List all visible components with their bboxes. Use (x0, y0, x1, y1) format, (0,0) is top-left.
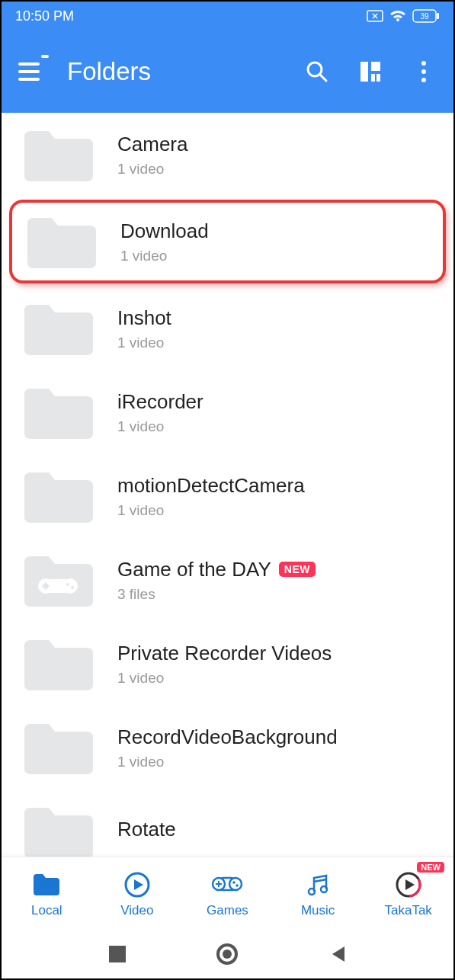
folder-icon (23, 212, 99, 271)
folder-item[interactable]: Camera1 video (2, 113, 453, 197)
folder-title: Rotate (117, 818, 176, 841)
folder-item[interactable]: iRecorder1 video (2, 370, 453, 454)
nav-label: TakaTak (384, 903, 431, 918)
folder-name-label: Game of the DAY (117, 558, 271, 581)
nav-takatak[interactable]: TakaTakNEW (363, 857, 453, 930)
svg-point-10 (421, 61, 426, 66)
folder-icon (20, 802, 96, 857)
folder-name-label: Rotate (117, 818, 176, 841)
back-button[interactable] (322, 939, 353, 969)
status-indicators: 39 (367, 9, 440, 23)
nav-label: Music (301, 903, 335, 918)
folder-icon (20, 634, 96, 693)
svg-rect-8 (371, 74, 375, 82)
svg-rect-6 (360, 62, 368, 82)
svg-rect-18 (45, 582, 46, 590)
close-box-icon (367, 10, 383, 22)
notification-dot-icon (41, 55, 49, 58)
nav-label: Video (120, 903, 153, 918)
nav-label: Local (31, 903, 62, 918)
takatak-icon (395, 870, 422, 900)
folder-icon (20, 383, 96, 442)
search-button[interactable] (304, 59, 330, 85)
page-title: Folders (67, 57, 304, 86)
svg-point-20 (71, 586, 74, 589)
folder-texts: RecordVideoBackground1 video (117, 725, 338, 770)
triangle-left-icon (329, 945, 346, 963)
svg-point-12 (421, 78, 426, 82)
svg-point-25 (233, 881, 236, 884)
battery-icon: 39 (412, 9, 440, 23)
folder-item[interactable]: Game of the DAYNEW3 files (2, 538, 453, 622)
folder-texts: Inshot1 video (117, 306, 171, 351)
folder-title: Inshot (117, 306, 171, 330)
folder-count-label: 1 video (117, 502, 305, 519)
svg-point-28 (321, 886, 327, 892)
folder-count-label: 1 video (117, 161, 187, 178)
game-folder-icon (20, 550, 96, 610)
nav-local[interactable]: Local (2, 857, 92, 930)
gamepad-icon (211, 870, 243, 900)
folder-title: Game of the DAYNEW (117, 558, 316, 581)
svg-rect-31 (109, 946, 126, 962)
folder-icon (20, 299, 96, 358)
folder-title: motionDetectCamera (117, 474, 305, 498)
folder-count-label: 1 video (117, 418, 203, 435)
folder-item[interactable]: Rotate (2, 789, 453, 857)
folder-item[interactable]: RecordVideoBackground1 video (2, 706, 453, 789)
folder-texts: Camera1 video (117, 133, 187, 178)
folder-texts: Rotate (117, 818, 176, 846)
grid-layout-icon (359, 60, 382, 83)
nav-music[interactable]: Music (273, 857, 364, 930)
svg-point-15 (62, 578, 78, 594)
nav-games[interactable]: Games (182, 857, 273, 930)
search-icon (306, 60, 328, 83)
folder-icon (20, 718, 96, 777)
app-bar: Folders (2, 30, 453, 113)
folder-item[interactable]: motionDetectCamera1 video (2, 454, 453, 538)
folder-texts: iRecorder1 video (117, 390, 203, 435)
folder-texts: motionDetectCamera1 video (117, 474, 305, 519)
music-icon (305, 870, 331, 900)
new-badge: NEW (417, 862, 444, 873)
folder-count-label: 1 video (117, 670, 332, 687)
folder-count-label: 3 files (117, 586, 316, 603)
folder-name-label: Download (120, 219, 209, 243)
folder-item[interactable]: Inshot1 video (2, 287, 453, 370)
folder-item[interactable]: Private Recorder Videos1 video (2, 622, 453, 706)
folder-name-label: Private Recorder Videos (117, 642, 332, 665)
svg-point-27 (309, 889, 315, 895)
nav-video[interactable]: Video (92, 857, 183, 930)
folder-name-label: iRecorder (117, 390, 203, 414)
folder-item[interactable]: Download1 video (9, 200, 446, 283)
folder-icon (20, 466, 96, 526)
folder-texts: Game of the DAYNEW3 files (117, 558, 316, 603)
system-nav (2, 930, 453, 978)
svg-line-5 (320, 75, 326, 81)
new-badge: NEW (279, 562, 316, 577)
svg-point-11 (421, 69, 426, 74)
home-button[interactable] (212, 939, 242, 969)
svg-point-19 (66, 583, 69, 586)
folder-name-label: motionDetectCamera (117, 474, 305, 498)
svg-text:39: 39 (420, 12, 429, 21)
menu-button[interactable] (18, 58, 46, 85)
folder-name-label: RecordVideoBackground (117, 725, 338, 749)
folder-list-container: Camera1 videoDownload1 videoInshot1 vide… (2, 113, 453, 857)
square-icon (109, 946, 126, 962)
folder-title: Private Recorder Videos (117, 642, 332, 665)
folder-title: Camera (117, 133, 187, 156)
status-bar: 10:50 PM 39 (2, 2, 453, 30)
svg-rect-9 (376, 74, 380, 82)
more-button[interactable] (411, 59, 437, 85)
folder-count-label: 1 video (117, 754, 338, 770)
status-time: 10:50 PM (15, 8, 74, 24)
folder-count-label: 1 video (120, 248, 209, 264)
folder-name-label: Camera (117, 133, 187, 156)
layout-button[interactable] (357, 59, 383, 85)
recent-apps-button[interactable] (102, 939, 133, 969)
nav-label: Games (207, 903, 248, 918)
play-circle-icon (123, 870, 151, 900)
svg-point-33 (223, 950, 232, 959)
bottom-nav: LocalVideoGamesMusicTakaTakNEW (2, 857, 453, 930)
